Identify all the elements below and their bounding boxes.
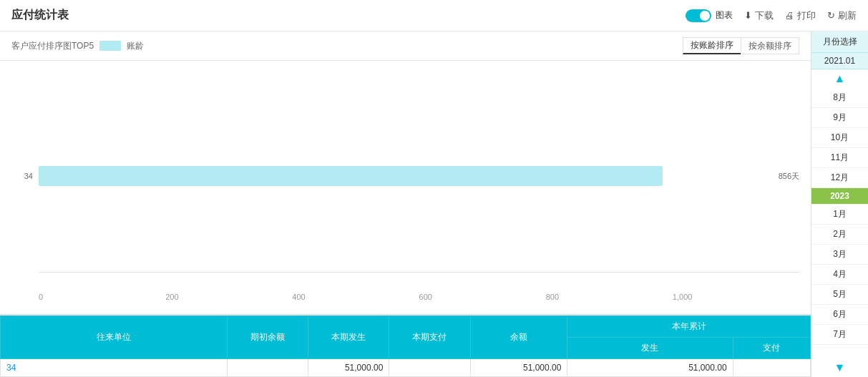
x-tick-600: 600 [419, 293, 546, 301]
legend-box [99, 41, 121, 51]
th-ytd-pay: 支付 [733, 338, 810, 359]
chart-body: 34 856天 0 200 400 600 800 1 [0, 61, 811, 314]
month-10[interactable]: 10月 [811, 128, 868, 148]
month-12[interactable]: 12月 [811, 168, 868, 188]
sidebar-up-button[interactable]: ▲ [811, 69, 868, 88]
month-8[interactable]: 8月 [811, 88, 868, 108]
sidebar-down-button[interactable]: ▼ [811, 358, 868, 377]
refresh-icon: ↻ [827, 10, 835, 21]
x-tick-1000: 1,000 [673, 293, 799, 301]
y-axis-label: 34 [11, 172, 33, 180]
right-sidebar: 月份选择 2021.01 ▲ 8月 9月 10月 11月 12月 2023 1月… [811, 31, 868, 377]
sidebar-months: 8月 9月 10月 11月 12月 2023 1月 2月 3月 4月 5月 6月… [811, 88, 868, 358]
sidebar-header: 月份选择 [811, 31, 868, 53]
month-4[interactable]: 4月 [811, 265, 868, 285]
month-5[interactable]: 5月 [811, 285, 868, 305]
table-row: 34 51,000.00 51,000.00 51,000.00 [1, 359, 811, 377]
bar-fill [39, 166, 663, 186]
table-wrapper[interactable]: 往来单位 期初余额 本期发生 本期支付 余额 本年累计 发生 支付 [0, 315, 811, 377]
bar-chart-area: 34 856天 [11, 68, 799, 290]
table-section: 往来单位 期初余额 本期发生 本期支付 余额 本年累计 发生 支付 [0, 314, 811, 377]
th-period-balance: 期初余额 [227, 316, 308, 359]
chart-label: 图表 [716, 9, 733, 21]
page-title: 应付统计表 [11, 8, 69, 23]
cell-ytd-occur: 51,000.00 [567, 359, 733, 377]
th-balance: 余额 [470, 316, 567, 359]
header: 应付统计表 图表 ⬇ 下载 🖨 打印 ↻ 刷新 [0, 0, 868, 31]
cell-ytd-pay [733, 359, 810, 377]
print-icon: 🖨 [785, 10, 794, 21]
x-tick-0: 0 [39, 293, 165, 301]
month-11[interactable]: 11月 [811, 148, 868, 168]
month-9[interactable]: 9月 [811, 108, 868, 128]
bar-container [39, 166, 773, 186]
download-button[interactable]: ⬇ 下载 [744, 9, 774, 22]
cell-current-pay [389, 359, 470, 377]
x-tick-200: 200 [165, 293, 292, 301]
download-label: 下载 [755, 9, 774, 22]
chart-toggle-wrapper[interactable]: 图表 [686, 9, 733, 22]
bar-row: 34 856天 [11, 166, 799, 186]
legend-box-label: 账龄 [127, 40, 144, 52]
main-content: 客户应付排序图TOP5 账龄 按账龄排序 按余额排序 34 [0, 31, 868, 377]
month-1[interactable]: 1月 [811, 205, 868, 225]
month-6[interactable]: 6月 [811, 305, 868, 325]
sort-by-amount-button[interactable]: 按余额排序 [741, 37, 799, 54]
chart-sort-buttons: 按账龄排序 按余额排序 [683, 37, 799, 54]
x-axis-ticks: 0 200 400 600 800 1,000 [11, 293, 799, 301]
chart-toggle[interactable] [686, 9, 711, 22]
th-current-occur: 本期发生 [308, 316, 389, 359]
bar-end-label: 856天 [779, 171, 799, 182]
th-current-pay: 本期支付 [389, 316, 470, 359]
month-3[interactable]: 3月 [811, 245, 868, 265]
cell-name: 34 [1, 359, 228, 377]
month-7[interactable]: 7月 [811, 325, 868, 345]
legend-label: 客户应付排序图TOP5 [11, 40, 94, 52]
th-ytd: 本年累计 [567, 316, 811, 338]
chart-header: 客户应付排序图TOP5 账龄 按账龄排序 按余额排序 [0, 31, 811, 61]
cell-balance: 51,000.00 [470, 359, 567, 377]
refresh-button[interactable]: ↻ 刷新 [827, 9, 857, 22]
x-axis-line [39, 272, 799, 273]
toggle-knob [700, 11, 710, 21]
print-label: 打印 [797, 9, 816, 22]
cell-current-occur: 51,000.00 [308, 359, 389, 377]
chart-legend: 客户应付排序图TOP5 账龄 [11, 40, 144, 52]
table-header-row-1: 往来单位 期初余额 本期发生 本期支付 余额 本年累计 [1, 316, 811, 338]
sort-by-balance-button[interactable]: 按账龄排序 [683, 37, 741, 54]
cell-period-balance [227, 359, 308, 377]
header-actions: 图表 ⬇ 下载 🖨 打印 ↻ 刷新 [686, 9, 857, 22]
year-2023-marker: 2023 [811, 188, 868, 205]
x-tick-400: 400 [292, 293, 419, 301]
month-2[interactable]: 2月 [811, 225, 868, 245]
print-button[interactable]: 🖨 打印 [785, 9, 816, 22]
th-ytd-occur: 发生 [567, 338, 733, 359]
th-name: 往来单位 [1, 316, 228, 359]
refresh-label: 刷新 [838, 9, 857, 22]
row-link[interactable]: 34 [6, 363, 16, 373]
app-container: 应付统计表 图表 ⬇ 下载 🖨 打印 ↻ 刷新 [0, 0, 868, 377]
x-tick-800: 800 [546, 293, 673, 301]
table-body: 34 51,000.00 51,000.00 51,000.00 [1, 359, 811, 377]
sidebar-current-period: 2021.01 [811, 53, 868, 69]
data-table: 往来单位 期初余额 本期发生 本期支付 余额 本年累计 发生 支付 [0, 315, 811, 377]
chart-section: 客户应付排序图TOP5 账龄 按账龄排序 按余额排序 34 [0, 31, 811, 377]
download-icon: ⬇ [744, 10, 752, 21]
